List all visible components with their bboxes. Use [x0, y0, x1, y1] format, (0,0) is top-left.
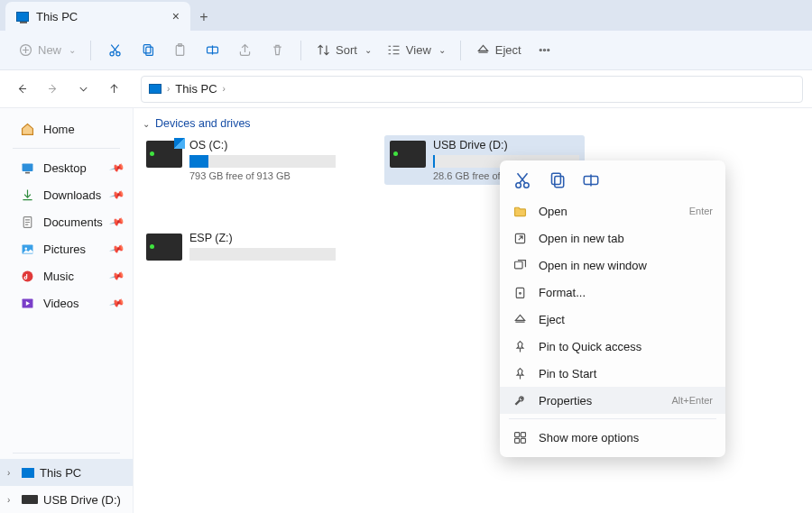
eject-icon: [512, 312, 528, 327]
view-button[interactable]: View⌄: [381, 37, 451, 64]
svg-point-1: [109, 52, 113, 56]
recent-button[interactable]: [70, 77, 96, 102]
chevron-right-icon[interactable]: ›: [7, 468, 16, 478]
breadcrumb-item[interactable]: This PC: [175, 82, 217, 96]
newtab-icon: [512, 231, 528, 246]
tree-item[interactable]: ›USB Drive (D:): [0, 486, 133, 513]
navbar: › This PC ›: [0, 70, 812, 108]
close-icon[interactable]: ×: [172, 9, 180, 23]
svg-point-9: [544, 49, 546, 50]
share-button[interactable]: [230, 37, 259, 64]
cut-button[interactable]: [100, 37, 129, 64]
ctx-show-more-options[interactable]: Show more options: [500, 424, 725, 451]
drive-icon: [390, 141, 426, 168]
ctx-properties[interactable]: PropertiesAlt+Enter: [500, 387, 725, 414]
svg-point-19: [524, 183, 530, 188]
pin-icon: 📌: [109, 295, 126, 311]
rename-icon[interactable]: [581, 170, 601, 190]
new-button[interactable]: New⌄: [13, 37, 81, 64]
drive-icon: [146, 234, 182, 261]
tab-title: This PC: [36, 10, 78, 23]
group-header[interactable]: ⌄ Devices and drives: [141, 117, 805, 130]
svg-rect-11: [23, 163, 33, 171]
svg-rect-30: [521, 438, 525, 443]
drive-name: ESP (Z:): [189, 232, 336, 244]
pictures-icon: [20, 242, 35, 257]
newwin-icon: [512, 258, 528, 273]
drive-free-text: 793 GB free of 913 GB: [189, 170, 336, 181]
folder-icon: [512, 204, 528, 219]
sidebar-item-pictures[interactable]: Pictures📌: [0, 235, 133, 262]
svg-point-26: [520, 292, 521, 294]
tree-item[interactable]: ›This PC: [0, 459, 133, 486]
sidebar-item-desktop[interactable]: Desktop📌: [0, 154, 133, 181]
this-pc-icon: [149, 84, 161, 94]
eject-button[interactable]: Eject: [470, 37, 527, 64]
drive-name: OS (C:): [189, 139, 336, 151]
rename-button[interactable]: [198, 37, 226, 64]
ctx-open[interactable]: OpenEnter: [500, 197, 725, 224]
this-pc-icon: [16, 12, 29, 22]
svg-point-10: [548, 49, 549, 50]
drive-item[interactable]: ESP (Z:): [141, 228, 341, 267]
copy-icon[interactable]: [547, 170, 567, 190]
paste-button[interactable]: [165, 37, 194, 64]
svg-point-18: [516, 183, 521, 188]
ctx-pin-to-quick-access[interactable]: Pin to Quick access: [500, 333, 725, 360]
sidebar-item-documents[interactable]: Documents📌: [0, 208, 133, 235]
ctx-format-[interactable]: Format...: [500, 279, 725, 306]
sort-button[interactable]: Sort⌄: [310, 37, 377, 64]
sidebar-item-home[interactable]: Home: [0, 115, 133, 142]
downloads-icon: [20, 188, 35, 203]
svg-rect-5: [176, 45, 184, 55]
svg-point-8: [540, 49, 541, 50]
svg-rect-4: [145, 47, 152, 55]
delete-button[interactable]: [263, 37, 291, 64]
drive-icon: [146, 141, 182, 168]
svg-point-2: [115, 52, 119, 56]
up-button[interactable]: [101, 77, 126, 102]
back-button[interactable]: [9, 77, 34, 102]
drive-item[interactable]: OS (C:)793 GB free of 913 GB: [141, 135, 341, 185]
cut-icon[interactable]: [512, 170, 532, 190]
sidebar-item-downloads[interactable]: Downloads📌: [0, 181, 133, 208]
sidebar-item-videos[interactable]: Videos📌: [0, 289, 133, 316]
ctx-eject[interactable]: Eject: [500, 306, 725, 333]
chevron-down-icon: ⌄: [143, 119, 150, 129]
documents-icon: [20, 215, 35, 230]
toolbar: New⌄ Sort⌄ View⌄ Eject: [0, 31, 812, 70]
more-button[interactable]: [531, 37, 559, 64]
ctx-open-in-new-tab[interactable]: Open in new tab: [500, 224, 725, 252]
drive-capacity-bar: [189, 248, 336, 261]
forward-button[interactable]: [40, 77, 65, 102]
copy-button[interactable]: [133, 37, 161, 64]
tab-this-pc[interactable]: This PC ×: [5, 2, 190, 31]
svg-rect-21: [555, 177, 564, 188]
format-icon: [512, 285, 528, 300]
pin-icon: 📌: [109, 187, 126, 203]
svg-point-15: [25, 247, 28, 250]
svg-rect-24: [515, 261, 523, 269]
ctx-pin-to-start[interactable]: Pin to Start: [500, 360, 725, 387]
drive-name: USB Drive (D:): [433, 139, 579, 151]
address-bar[interactable]: › This PC ›: [141, 76, 803, 103]
svg-rect-12: [25, 171, 30, 173]
pin-icon: 📌: [109, 214, 126, 230]
svg-rect-29: [515, 438, 520, 443]
svg-point-16: [23, 270, 33, 281]
titlebar: This PC × +: [0, 0, 812, 31]
sidebar-item-music[interactable]: Music📌: [0, 262, 133, 289]
drive-capacity-bar: [189, 155, 336, 168]
home-icon: [20, 122, 35, 137]
new-tab-button[interactable]: +: [190, 4, 217, 31]
videos-icon: [20, 296, 35, 311]
chevron-right-icon: ›: [167, 84, 170, 94]
more-icon: [512, 430, 528, 445]
ctx-open-in-new-window[interactable]: Open in new window: [500, 252, 725, 279]
svg-rect-20: [552, 173, 561, 184]
svg-rect-28: [521, 432, 525, 436]
sidebar: Home Desktop📌Downloads📌Documents📌Picture…: [0, 108, 134, 513]
context-menu: OpenEnterOpen in new tabOpen in new wind…: [500, 160, 725, 457]
chevron-right-icon[interactable]: ›: [7, 495, 16, 505]
wrench-icon: [512, 393, 528, 408]
